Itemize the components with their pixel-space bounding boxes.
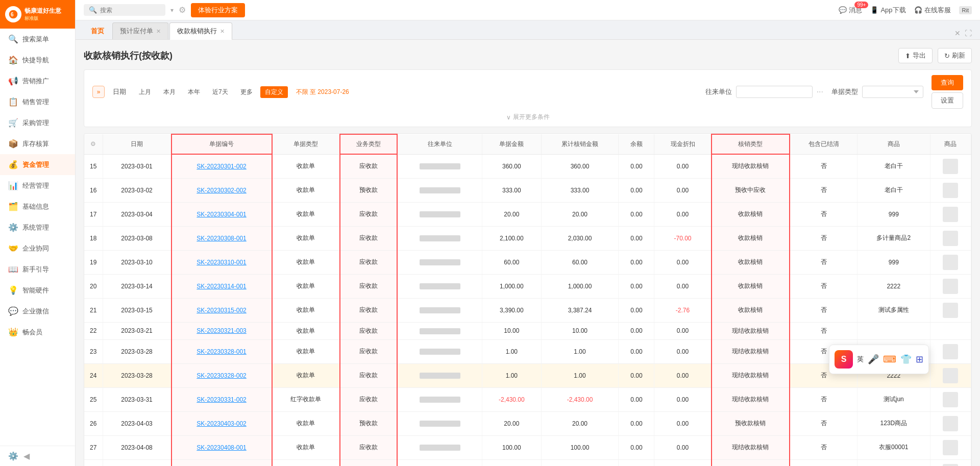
bill-no-link[interactable]: SK-20230328-002 <box>197 372 246 379</box>
cell-bill-amount: 100.00 <box>482 435 542 459</box>
sidebar-item-sales[interactable]: 📋 销售管理 <box>0 91 75 112</box>
filter-date-7days[interactable]: 近7天 <box>208 86 233 99</box>
collapse-footer-icon[interactable]: ◀ <box>23 451 30 461</box>
settings-icon[interactable]: ⚙ <box>179 5 186 15</box>
topbar-search-box[interactable]: 🔍 <box>84 4 165 16</box>
settings-footer-icon[interactable]: ⚙️ <box>8 451 18 461</box>
filter-date-custom[interactable]: 自定义 <box>260 86 288 98</box>
filter-date-this-year[interactable]: 本年 <box>183 86 205 99</box>
popup-shirt-icon[interactable]: 👕 <box>900 354 912 365</box>
tab-receivable-exec[interactable]: 收款核销执行 ✕ <box>169 22 232 40</box>
cell-cash-discount: 0.00 <box>654 202 712 226</box>
popup-mic-icon[interactable]: 🎤 <box>868 354 879 365</box>
cell-biz-type: 应收款 <box>340 339 398 363</box>
sidebar-item-basic[interactable]: 🗂️ 基础信息 <box>0 196 75 217</box>
page-header: 收款核销执行(按收款) ⬆ 导出 ↻ 刷新 <box>84 48 972 63</box>
sidebar-item-marketing[interactable]: 📢 营销推广 <box>0 70 75 91</box>
close-tab-icon[interactable]: ✕ <box>954 29 961 37</box>
cell-row-no: 17 <box>84 202 103 226</box>
tab-receivable-close[interactable]: ✕ <box>220 28 225 35</box>
bill-no-link[interactable]: SK-20230310-001 <box>197 259 246 266</box>
sidebar-item-guide[interactable]: 📖 新手引导 <box>0 259 75 280</box>
bill-no-link[interactable]: SK-20230301-002 <box>197 163 246 170</box>
cell-total-writeoff: 100.00 <box>541 435 619 459</box>
user-profile-action[interactable]: Rit <box>959 6 972 14</box>
cell-total-writeoff: 20.00 <box>541 202 619 226</box>
bill-no-link[interactable]: SK-20230328-001 <box>197 348 246 355</box>
cell-row-no: 27 <box>84 435 103 459</box>
online-support-action[interactable]: 🎧 在线客服 <box>914 6 951 15</box>
filter-expand-btn[interactable]: ∨ 展开更多条件 <box>506 113 550 121</box>
cell-balance: 0.00 <box>619 202 654 226</box>
cell-date: 2023-03-31 <box>103 387 172 411</box>
cell-total-writeoff: 1.00 <box>541 339 619 363</box>
cell-include-settled: 否 <box>790 250 857 274</box>
export-btn[interactable]: ⬆ 导出 <box>898 48 933 63</box>
filter-row: » 日期 上月 本月 本年 近7天 更多 自定义 不限 至 2023-07-26… <box>92 75 963 109</box>
bill-no-link[interactable]: SK-20230314-001 <box>197 283 246 290</box>
th-settings[interactable]: ⚙ <box>84 134 103 154</box>
message-action[interactable]: 💬 消息 99+ <box>839 6 862 15</box>
bill-no-link[interactable]: SK-20230308-001 <box>197 235 246 242</box>
popup-keyboard-icon[interactable]: ⌨ <box>883 354 896 365</box>
data-table: ⚙ 日期 单据编号 单据类型 业务类型 往来单位 单据金额 累计核销金额 余额 … <box>84 134 971 466</box>
tab-payable[interactable]: 预计应付单 ✕ <box>112 22 168 39</box>
bill-no-link[interactable]: SK-20230321-003 <box>197 327 246 334</box>
popup-logo: S <box>835 350 853 369</box>
bill-no-link[interactable]: SK-20230304-001 <box>197 211 246 218</box>
refresh-btn[interactable]: ↻ 刷新 <box>938 48 972 63</box>
sidebar-item-finance[interactable]: 💰 资金管理 <box>0 154 75 175</box>
bill-no-link[interactable]: SK-20230408-001 <box>197 444 246 451</box>
cell-row-no: 15 <box>84 154 103 178</box>
bill-type-select[interactable] <box>862 86 923 98</box>
cell-row-no: 18 <box>84 226 103 250</box>
search-input[interactable] <box>100 7 151 14</box>
cell-counterpart <box>397 459 482 466</box>
cell-cash-discount: -2.76 <box>654 298 712 322</box>
sidebar-item-collab[interactable]: 🤝 企业协同 <box>0 238 75 259</box>
setting-btn[interactable]: 设置 <box>932 92 963 109</box>
sidebar-item-inventory[interactable]: 📦 库存核算 <box>0 133 75 154</box>
sidebar-item-quick-nav[interactable]: 🏠 快捷导航 <box>0 50 75 70</box>
sidebar-item-hardware[interactable]: 💡 智能硬件 <box>0 280 75 301</box>
cell-total-writeoff: 10.00 <box>541 322 619 339</box>
column-settings-icon[interactable]: ⚙ <box>90 140 96 148</box>
query-btn[interactable]: 查询 <box>932 75 963 90</box>
cell-product: 衣服00001 <box>857 435 930 459</box>
bill-no-link[interactable]: SK-20230302-002 <box>197 187 246 194</box>
filter-date-more[interactable]: 更多 <box>236 86 257 99</box>
tab-home[interactable]: 首页 <box>84 23 111 39</box>
bill-no-link[interactable]: SK-20230331-002 <box>197 396 246 403</box>
counterpart-input[interactable] <box>736 86 813 98</box>
cell-product: 多计量商品2 <box>857 226 930 250</box>
cell-product2 <box>930 154 971 178</box>
tab-payable-close[interactable]: ✕ <box>156 28 161 35</box>
cell-date: 2023-03-04 <box>103 202 172 226</box>
app-download-action[interactable]: 📱 App下载 <box>870 6 905 15</box>
sidebar-item-system[interactable]: ⚙️ 系统管理 <box>0 217 75 238</box>
expand-tab-icon[interactable]: ⛶ <box>965 29 972 37</box>
dots-icon[interactable]: ··· <box>817 87 823 96</box>
sidebar-item-operations[interactable]: 📊 经营管理 <box>0 175 75 196</box>
filter-collapse-btn[interactable]: » <box>92 86 105 98</box>
cell-row-no: 23 <box>84 339 103 363</box>
cell-date: 2023-03-21 <box>103 322 172 339</box>
bill-no-link[interactable]: SK-20230403-002 <box>197 420 246 427</box>
sidebar-item-member[interactable]: 👑 畅会员 <box>0 322 75 342</box>
cell-product <box>857 322 930 339</box>
table-scroll[interactable]: ⚙ 日期 单据编号 单据类型 业务类型 往来单位 单据金额 累计核销金额 余额 … <box>84 134 971 466</box>
sidebar-item-purchase[interactable]: 🛒 采购管理 <box>0 112 75 133</box>
popup-grid-icon[interactable]: ⊞ <box>916 354 923 365</box>
bill-no-link[interactable]: SK-20230315-002 <box>197 307 246 314</box>
cell-include-settled: 否 <box>790 274 857 298</box>
dropdown-arrow-icon[interactable]: ▾ <box>170 7 174 14</box>
cell-cash-discount: 0.00 <box>654 435 712 459</box>
industry-btn[interactable]: 体验行业方案 <box>191 3 245 17</box>
filter-date-prev-month[interactable]: 上月 <box>134 86 156 99</box>
sidebar-item-wechat[interactable]: 💬 企业微信 <box>0 301 75 322</box>
refresh-icon: ↻ <box>944 52 950 60</box>
filter-date-this-month[interactable]: 本月 <box>159 86 180 99</box>
system-icon: ⚙️ <box>8 223 18 232</box>
cell-include-settled: 否 <box>790 411 857 435</box>
sidebar-item-search[interactable]: 🔍 搜索菜单 <box>0 29 75 50</box>
